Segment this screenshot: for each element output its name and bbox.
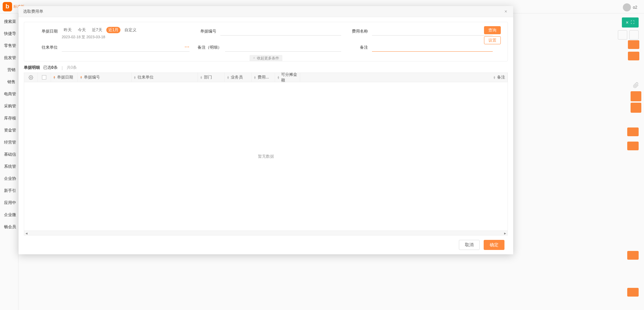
fee-name-label: 费用名称 (349, 27, 368, 36)
svg-point-2 (30, 77, 32, 78)
col-dept[interactable]: ▲▼ 部门 (198, 73, 225, 82)
code-input[interactable] (220, 27, 341, 36)
data-title: 单据明细 (24, 65, 40, 70)
collapse-chevron-icon (253, 56, 256, 60)
divider: | (62, 65, 63, 70)
date-range-text: 2023-02-18 至 2023-03-18 (62, 35, 190, 40)
date-label: 单据日期 (39, 27, 58, 36)
partner-input[interactable] (62, 43, 190, 52)
selected-summary: 已选0条 (43, 65, 58, 70)
remark-label: 备注 (349, 43, 368, 52)
chip-last7[interactable]: 近7天 (90, 27, 104, 33)
col-remark[interactable]: ▲▼ 备注 (300, 73, 507, 82)
data-table: ▲▼ 单据日期 ▲▼ 单据编号 ▲▼ 往来单位 ▲▼ 部门 (24, 72, 508, 236)
modal-footer: 取消 确定 (18, 236, 513, 254)
col-partner-label: 往来单位 (138, 74, 154, 80)
modal-header: 选取费用单 (18, 6, 513, 17)
data-section-header: 单据明细 已选0条 | 共0条 (24, 65, 508, 70)
col-alloc[interactable]: ▲▼ 可分摊金额 (275, 73, 300, 82)
total-count: 共0条 (67, 65, 77, 70)
chip-last1m[interactable]: 近1月 (106, 27, 121, 33)
remark-detail-input[interactable] (225, 43, 341, 52)
cancel-button[interactable]: 取消 (459, 240, 480, 250)
chip-yesterday[interactable]: 昨天 (62, 27, 74, 33)
table-header: ▲▼ 单据日期 ▲▼ 单据编号 ▲▼ 往来单位 ▲▼ 部门 (24, 73, 507, 82)
chip-today[interactable]: 今天 (76, 27, 88, 33)
col-partner[interactable]: ▲▼ 往来单位 (131, 73, 198, 82)
partner-more-icon[interactable]: ··· (185, 44, 190, 50)
empty-state: 暂无数据 (24, 82, 507, 230)
col-select-all[interactable] (38, 73, 51, 82)
gear-icon (29, 75, 33, 80)
partner-label: 往来单位 (39, 43, 58, 52)
scroll-left-icon[interactable]: ◄ (24, 231, 29, 236)
horizontal-scrollbar[interactable]: ◄ ► (24, 230, 507, 235)
confirm-button[interactable]: 确定 (484, 240, 504, 250)
col-dept-label: 部门 (204, 74, 212, 80)
modal-close-button[interactable] (503, 9, 508, 14)
modal-title: 选取费用单 (23, 9, 43, 14)
code-label: 单据编号 (198, 27, 216, 36)
filter-panel: 查询 设置 单据日期 昨天 今天 近7天 近1月 自定义 (24, 22, 508, 61)
col-staff-label: 业务员 (231, 74, 243, 80)
remark-input[interactable] (372, 43, 493, 52)
col-code-label: 单据编号 (84, 74, 100, 80)
select-fee-modal: 选取费用单 查询 设置 单据日期 昨天 今天 (18, 6, 513, 254)
modal-overlay: 选取费用单 查询 设置 单据日期 昨天 今天 (0, 0, 644, 310)
collapse-conditions[interactable]: 收起更多条件 (250, 55, 282, 61)
col-code[interactable]: ▲▼ 单据编号 (78, 73, 131, 82)
col-fee-label: 费用... (258, 74, 269, 80)
col-alloc-label: 可分摊金额 (281, 72, 298, 83)
fee-name-more-icon[interactable]: ··· (488, 28, 493, 34)
col-remark-label: 备注 (497, 74, 505, 80)
collapse-label: 收起更多条件 (257, 56, 279, 61)
checkbox-icon (42, 75, 46, 80)
col-fee[interactable]: ▲▼ 费用... (252, 73, 275, 82)
fee-name-input[interactable] (372, 27, 493, 36)
col-settings[interactable] (24, 73, 38, 82)
col-staff[interactable]: ▲▼ 业务员 (225, 73, 252, 82)
remark-detail-label: 备注（明细） (198, 43, 221, 52)
col-date-label: 单据日期 (57, 74, 73, 80)
chip-custom[interactable]: 自定义 (122, 27, 139, 33)
col-date[interactable]: ▲▼ 单据日期 (51, 73, 78, 82)
scroll-right-icon[interactable]: ► (503, 231, 507, 236)
